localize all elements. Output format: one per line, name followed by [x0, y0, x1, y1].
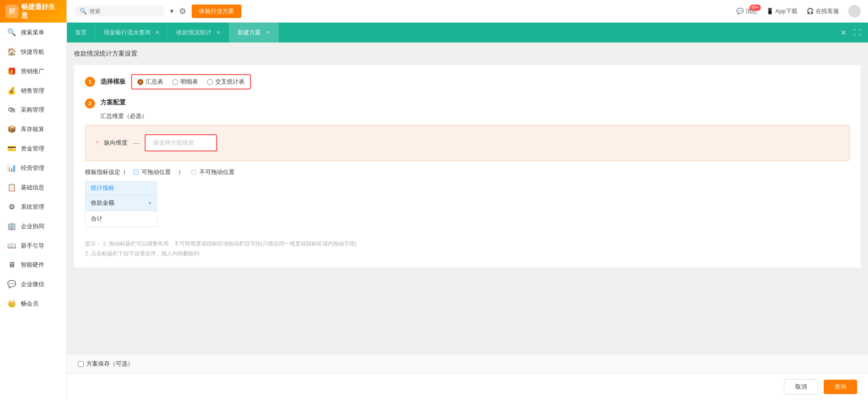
tab-bank-flow-close[interactable]: ✕: [155, 30, 160, 35]
step2-row: 2 方案配置: [85, 99, 850, 108]
bag-icon: 🛍: [7, 106, 16, 114]
template-radio-group: 汇总表 明细表 交叉统计表: [131, 74, 251, 89]
topbar: 🔍 ▾ ⚙ 体验行业方案 💬 消息 99+ 📱 App下载 🎧 在线客服: [67, 0, 868, 23]
dimension-row: * 纵向维度 — 请选择分组维度: [96, 134, 839, 151]
indicator-cell-amount-label: 收款金额: [91, 199, 114, 207]
tip-2: 2. 点击标题栏下拉可设置排序、插入列和删除列: [85, 249, 850, 259]
trial-button[interactable]: 体验行业方案: [192, 5, 241, 18]
content-area: 收款情况统计方案设置 1 选择模板 汇总表 明细表: [67, 42, 868, 400]
sidebar-item-quick-nav[interactable]: 🏠 快捷导航: [0, 42, 66, 61]
building-icon: 🏢: [7, 222, 16, 231]
group-dim-select[interactable]: 请选择分组维度: [145, 134, 217, 151]
sidebar-item-label: 智能硬件: [21, 261, 44, 269]
sidebar-item-member[interactable]: 👑 畅会员: [0, 294, 66, 313]
sidebar-item-label: 新手引导: [21, 242, 44, 250]
sidebar-item-marketing[interactable]: 🎁 营销推广: [0, 61, 66, 81]
sidebar-item-label: 企业协同: [21, 222, 44, 231]
indicator-cell-amount[interactable]: 收款金额 ▾: [85, 195, 157, 211]
message-badge: 99+: [750, 5, 761, 11]
message-button[interactable]: 💬 消息 99+: [736, 7, 757, 15]
radio-cross[interactable]: 交叉统计表: [207, 78, 245, 86]
sidebar-item-guide[interactable]: 📖 新手引导: [0, 236, 66, 255]
sidebar-item-sales[interactable]: 💰 销售管理: [0, 81, 66, 100]
sidebar-item-system[interactable]: ⚙ 系统管理: [0, 197, 66, 216]
search-input[interactable]: [90, 8, 153, 14]
legend-draggable: 可拖动位置: [133, 168, 171, 176]
query-button[interactable]: 查询: [824, 380, 857, 394]
tip-1: 提示： 1. 拖动标题栏可以调整布局，不可跨维度或指标区域拖动栏目字段(只能在同…: [85, 239, 850, 249]
step2-label: 方案配置: [100, 99, 126, 107]
tab-minimize-button[interactable]: ✕: [839, 27, 848, 39]
cancel-button[interactable]: 取消: [784, 379, 818, 395]
sidebar-item-label: 经营管理: [21, 164, 44, 172]
chat-icon: 💬: [7, 280, 16, 288]
tab-receipt-stat[interactable]: 收款情况统计 ✕: [168, 23, 229, 42]
indicators-label: 模板指标设定（: [85, 168, 126, 176]
save-plan-checkbox-label[interactable]: 方案保存（可选）: [78, 360, 133, 368]
indicator-cell-total-label: 合计: [91, 215, 103, 222]
download-button[interactable]: 📱 App下载: [766, 7, 797, 15]
sidebar-item-operations[interactable]: 📊 经营管理: [0, 158, 66, 178]
tab-receipt-stat-label: 收款情况统计: [176, 28, 212, 37]
settings-icon[interactable]: ⚙: [179, 6, 186, 16]
tab-new-plan-close[interactable]: ✕: [265, 30, 270, 35]
book-icon: 📖: [7, 241, 16, 250]
sidebar-nav: 🔍 搜索菜单 🏠 快捷导航 🎁 营销推广 💰 销售管理 🛍 采购管理 📦 库存核…: [0, 23, 66, 400]
search-box[interactable]: 🔍: [74, 6, 165, 16]
tab-home[interactable]: 首页: [67, 23, 95, 42]
step2-badge: 2: [85, 99, 95, 108]
sidebar-item-wechat[interactable]: 💬 企业微信: [0, 274, 66, 294]
tab-new-plan[interactable]: 新建方案 ✕: [229, 23, 278, 42]
sidebar-item-label: 快捷导航: [21, 48, 44, 56]
radio-detail-label: 明细表: [180, 78, 198, 86]
radio-summary-input[interactable]: [137, 79, 143, 85]
sidebar-item-label: 搜索菜单: [21, 28, 44, 37]
main-area: 🔍 ▾ ⚙ 体验行业方案 💬 消息 99+ 📱 App下载 🎧 在线客服: [67, 0, 868, 400]
crown-icon: 👑: [7, 299, 16, 308]
sidebar-item-purchase[interactable]: 🛍 采购管理: [0, 100, 66, 119]
sidebar-item-label: 基础信息: [21, 184, 44, 192]
sidebar-item-enterprise[interactable]: 🏢 企业协同: [0, 216, 66, 236]
logo-icon: 好: [5, 5, 19, 18]
page-title: 收款情况统计方案设置: [74, 50, 861, 58]
logo-text: 畅捷通好生意: [21, 3, 61, 20]
box-icon: 📦: [7, 125, 16, 133]
dimension-area: * 纵向维度 — 请选择分组维度: [85, 125, 850, 161]
tab-receipt-stat-close[interactable]: ✕: [216, 30, 221, 35]
card-icon: 💳: [7, 144, 16, 153]
message-icon: 💬: [736, 8, 744, 14]
legend-separator: ）: [178, 168, 184, 176]
save-plan-checkbox[interactable]: [78, 361, 84, 367]
non-draggable-legend-label: 不可拖动位置: [199, 168, 235, 176]
sidebar-item-hardware[interactable]: 🖥 智能硬件: [0, 255, 66, 274]
radio-summary[interactable]: 汇总表: [137, 78, 163, 86]
home-icon: 🏠: [7, 47, 16, 56]
sidebar-item-label: 系统管理: [21, 203, 44, 211]
config-section: 1 选择模板 汇总表 明细表 交叉统计表: [74, 65, 861, 268]
sidebar-item-inventory[interactable]: 📦 库存核算: [0, 119, 66, 139]
gift-icon: 🎁: [7, 67, 16, 75]
sidebar-item-search-menu[interactable]: 🔍 搜索菜单: [0, 23, 66, 42]
sidebar-item-label: 营销推广: [21, 67, 44, 75]
radio-cross-input[interactable]: [207, 79, 213, 85]
radio-summary-label: 汇总表: [146, 78, 163, 86]
sidebar-item-capital[interactable]: 💳 资金管理: [0, 139, 66, 158]
service-button[interactable]: 🎧 在线客服: [807, 7, 839, 15]
radio-cross-label: 交叉统计表: [215, 78, 245, 86]
non-draggable-legend-dot: [191, 169, 197, 175]
legend-non-draggable: 不可拖动位置: [191, 168, 235, 176]
radio-detail-input[interactable]: [172, 79, 178, 85]
service-label: 在线客服: [816, 7, 839, 15]
user-avatar[interactable]: [848, 5, 861, 18]
tab-expand-button[interactable]: ⛶: [852, 27, 863, 38]
monitor-icon: 🖥: [7, 261, 16, 269]
sidebar-item-basic-info[interactable]: 📋 基础信息: [0, 178, 66, 197]
radio-detail[interactable]: 明细表: [172, 78, 198, 86]
dropdown-button[interactable]: ▾: [170, 7, 174, 15]
tab-bank-flow[interactable]: 现金银行流水查询 ✕: [95, 23, 168, 42]
dropdown-arrow-icon: ▾: [149, 200, 151, 206]
draggable-legend-label: 可拖动位置: [142, 168, 171, 176]
page-footer: 方案保存（可选）: [67, 354, 868, 373]
download-label: App下载: [775, 7, 797, 15]
sidebar: 好 畅捷通好生意 🔍 搜索菜单 🏠 快捷导航 🎁 营销推广 💰 销售管理 🛍 采…: [0, 0, 67, 400]
